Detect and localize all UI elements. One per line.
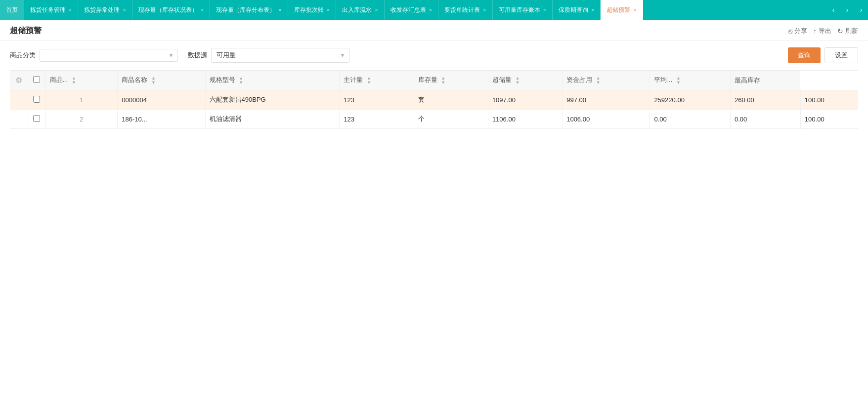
nav-summary-label: 收发存汇总表	[391, 6, 426, 14]
nav-picking-exception[interactable]: 拣货异常处理 ×	[78, 0, 132, 20]
nav-available-account[interactable]: 可用量库存账本 ×	[493, 0, 553, 20]
nav-prev-button[interactable]: ‹	[826, 0, 840, 20]
nav-batch-account[interactable]: 库存批次账 ×	[288, 0, 336, 20]
sort-inventory-icon[interactable]: ▲▼	[441, 76, 445, 85]
nav-inventory-status[interactable]: 现存量（库存状况表） ×	[132, 0, 210, 20]
export-label: 导出	[819, 27, 831, 36]
product-category-group: 商品分类 ▾	[10, 49, 178, 62]
table-row: 2 186-10... 机油滤清器 123 个 1106.00 1006.00 …	[10, 110, 858, 129]
column-avg[interactable]: 平均... ▲▼	[650, 71, 731, 90]
close-requisition-stats-icon[interactable]: ×	[483, 7, 486, 13]
row-product-name: 机油滤清器	[205, 110, 340, 129]
table-header-row: ⚙ 商品... ▲▼ 商品名称 ▲▼ 规格型号 ▲▼	[10, 71, 858, 90]
row-avg: 0.00	[730, 110, 800, 129]
row-inventory: 1106.00	[488, 110, 562, 129]
nav-home[interactable]: 首页	[0, 0, 24, 20]
column-capital[interactable]: 资金占用 ▲▼	[563, 71, 650, 90]
sort-product-code-icon[interactable]: ▲▼	[72, 76, 76, 85]
nav-flow[interactable]: 出入库流水 ×	[336, 0, 384, 20]
row-checkbox-0[interactable]	[33, 96, 40, 103]
share-action[interactable]: ⎋ 分享	[788, 27, 807, 36]
product-category-select[interactable]: ▾	[40, 49, 178, 62]
table-wrapper: ⚙ 商品... ▲▼ 商品名称 ▲▼ 规格型号 ▲▼	[0, 70, 868, 129]
sort-unit-icon[interactable]: ▲▼	[367, 76, 371, 85]
row-product-name: 六配套新昌490BPG	[205, 90, 340, 110]
settings-button[interactable]: 设置	[825, 47, 858, 63]
column-overstock[interactable]: 超储量 ▲▼	[488, 71, 562, 90]
close-available-account-icon[interactable]: ×	[543, 7, 546, 13]
row-inventory: 1097.00	[488, 90, 562, 110]
nav-picking-task[interactable]: 拣货任务管理 ×	[24, 0, 78, 20]
row-avg: 260.00	[730, 90, 800, 110]
top-navigation: 首页 拣货任务管理 × 拣货异常处理 × 现存量（库存状况表） × 现存量（库存…	[0, 0, 868, 20]
table-settings-icon[interactable]: ⚙	[15, 76, 22, 84]
filter-area: 商品分类 ▾ 数据源 可用量 ▾ 查询 设置	[0, 40, 868, 70]
data-source-group: 数据源 可用量 ▾	[188, 48, 349, 63]
close-batch-account-icon[interactable]: ×	[327, 7, 330, 13]
row-spec: 123	[340, 110, 414, 129]
row-overstock: 1006.00	[563, 110, 650, 129]
column-product-code[interactable]: 商品... ▲▼	[45, 71, 118, 90]
row-checkbox-cell[interactable]	[28, 110, 45, 129]
refresh-label: 刷新	[845, 27, 858, 36]
row-checkbox-1[interactable]	[33, 115, 40, 122]
row-product-code: 0000004	[118, 90, 205, 110]
product-category-arrow-icon: ▾	[170, 52, 173, 59]
refresh-icon: ↻	[837, 27, 843, 35]
sort-capital-icon[interactable]: ▲▼	[596, 76, 601, 85]
nav-shelf-life[interactable]: 保质期查询 ×	[553, 0, 601, 20]
row-max-stock: 100.00	[800, 90, 858, 110]
column-max-stock[interactable]: 最高库存	[730, 71, 800, 90]
sort-avg-icon[interactable]: ▲▼	[676, 76, 681, 85]
row-settings-cell	[10, 90, 28, 110]
close-inventory-dist-icon[interactable]: ×	[278, 7, 281, 13]
nav-overstock-alert[interactable]: 超储预警 ×	[601, 0, 643, 20]
nav-batch-account-label: 库存批次账	[294, 6, 324, 14]
page-header: 超储预警 ⎋ 分享 ↑ 导出 ↻ 刷新	[0, 20, 868, 40]
table-body: 1 0000004 六配套新昌490BPG 123 套 1097.00 997.…	[10, 90, 858, 129]
nav-inventory-dist-label: 现存量（库存分布表）	[216, 6, 275, 14]
nav-inventory-dist[interactable]: 现存量（库存分布表） ×	[210, 0, 288, 20]
data-source-label: 数据源	[188, 51, 207, 60]
column-settings[interactable]: ⚙	[10, 71, 28, 90]
nav-overstock-alert-label: 超储预警	[607, 6, 630, 14]
data-source-select[interactable]: 可用量 ▾	[211, 48, 349, 63]
close-overstock-alert-icon[interactable]: ×	[633, 7, 636, 13]
product-category-label: 商品分类	[10, 51, 36, 60]
export-action[interactable]: ↑ 导出	[813, 27, 831, 36]
close-summary-icon[interactable]: ×	[429, 7, 432, 13]
close-shelf-life-icon[interactable]: ×	[591, 7, 594, 13]
select-all-checkbox[interactable]	[33, 76, 40, 83]
sort-overstock-icon[interactable]: ▲▼	[516, 76, 520, 85]
row-spec: 123	[340, 90, 414, 110]
nav-flow-label: 出入库流水	[342, 6, 372, 14]
nav-arrow-group: ‹ › ›	[826, 0, 868, 20]
sort-spec-icon[interactable]: ▲▼	[239, 76, 243, 85]
nav-requisition-stats[interactable]: 要货单统计表 ×	[438, 0, 492, 20]
share-icon: ⎋	[788, 27, 792, 35]
row-checkbox-cell[interactable]	[28, 90, 45, 110]
query-button[interactable]: 查询	[788, 47, 821, 63]
column-unit[interactable]: 主计量 ▲▼	[340, 71, 414, 90]
page-container: 超储预警 ⎋ 分享 ↑ 导出 ↻ 刷新 商品分类 ▾ 数据源	[0, 20, 868, 395]
nav-home-label: 首页	[6, 6, 18, 14]
column-product-name[interactable]: 商品名称 ▲▼	[118, 71, 205, 90]
refresh-action[interactable]: ↻ 刷新	[837, 27, 858, 36]
column-inventory[interactable]: 库存量 ▲▼	[414, 71, 488, 90]
data-source-arrow-icon: ▾	[341, 52, 344, 59]
close-inventory-status-icon[interactable]: ×	[201, 7, 204, 13]
close-flow-icon[interactable]: ×	[375, 7, 378, 13]
sort-product-name-icon[interactable]: ▲▼	[151, 76, 156, 85]
nav-picking-exception-label: 拣货异常处理	[84, 6, 120, 14]
column-spec[interactable]: 规格型号 ▲▼	[205, 71, 340, 90]
nav-shelf-life-label: 保质期查询	[559, 6, 588, 14]
nav-next-button[interactable]: ›	[840, 0, 854, 20]
column-checkbox-all[interactable]	[28, 71, 45, 90]
nav-more-button[interactable]: ›	[854, 0, 868, 20]
header-actions: ⎋ 分享 ↑ 导出 ↻ 刷新	[788, 27, 858, 36]
nav-summary[interactable]: 收发存汇总表 ×	[385, 0, 438, 20]
page-title: 超储预警	[10, 26, 42, 36]
close-picking-task-icon[interactable]: ×	[69, 7, 72, 13]
close-picking-exception-icon[interactable]: ×	[123, 7, 126, 13]
export-icon: ↑	[813, 27, 817, 35]
